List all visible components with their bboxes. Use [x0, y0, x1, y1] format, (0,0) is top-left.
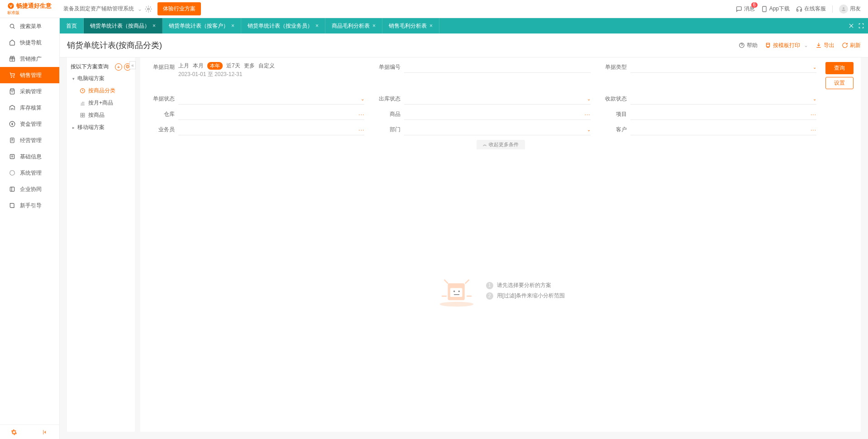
empty-step-1: 请先选择要分析的方案 — [497, 282, 551, 289]
filter-label-docstatus: 单据状态 — [148, 94, 175, 103]
more-icon: ··· — [811, 111, 816, 118]
phone-icon — [761, 6, 768, 12]
svg-rect-25 — [450, 288, 462, 297]
project-picker[interactable]: ··· — [630, 109, 816, 120]
more-icon: ··· — [585, 111, 591, 118]
tab-home[interactable]: 首页 — [60, 18, 84, 33]
add-scheme-button[interactable]: + — [115, 63, 122, 71]
recv-status-select[interactable]: ⌄ — [630, 94, 816, 105]
svg-point-26 — [453, 290, 455, 292]
message-icon — [736, 6, 742, 12]
tree-group-mobile[interactable]: ▸移动端方案 — [67, 121, 135, 134]
svg-rect-19 — [81, 113, 82, 115]
step-badge: 1 — [486, 282, 493, 289]
chevron-down-icon: ⌄ — [587, 127, 591, 132]
filter-label-customer: 客户 — [600, 124, 627, 134]
sidebar-item-marketing[interactable]: 营销推广 — [0, 51, 59, 67]
caret-down-icon: ▾ — [72, 76, 75, 81]
date-opt-custom[interactable]: 自定义 — [258, 62, 275, 70]
collapse-panel-button[interactable]: « — [129, 61, 136, 69]
svg-rect-13 — [10, 187, 14, 191]
sidebar-item-inventory[interactable]: 库存核算 — [0, 100, 59, 116]
divider — [832, 5, 833, 13]
gear-icon[interactable] — [145, 5, 152, 13]
warehouse-picker[interactable]: ··· — [178, 109, 364, 120]
svg-point-4 — [843, 7, 844, 9]
help-link[interactable]: 帮助 — [739, 42, 758, 49]
sidebar-item-quick-nav[interactable]: 快捷导航 — [0, 34, 59, 51]
user-menu[interactable]: 用友 — [839, 5, 861, 14]
refresh-icon — [842, 42, 848, 48]
empty-state: 1请先选择要分析的方案 2用[过滤]条件来缩小分析范围 — [140, 149, 861, 432]
sidebar-item-basic-info[interactable]: 基础信息 — [0, 148, 59, 165]
tab-sales-stats-customer[interactable]: 销货单统计表（按客户）× — [162, 18, 241, 33]
tree-item-by-month-product[interactable]: 按月+商品 — [67, 97, 135, 109]
sidebar-item-system[interactable]: 系统管理 — [0, 165, 59, 181]
chart-icon — [80, 100, 86, 106]
date-opt-this-year[interactable]: 本年 — [207, 62, 223, 70]
svg-rect-17 — [767, 44, 770, 47]
tree-item-by-product-category[interactable]: 按商品分类 — [67, 85, 135, 97]
refresh-link[interactable]: 刷新 — [842, 42, 861, 49]
doc-no-input[interactable] — [404, 62, 590, 73]
query-button[interactable]: 查询 — [825, 62, 854, 74]
collapse-sidebar-icon[interactable] — [42, 429, 48, 435]
close-all-icon[interactable] — [848, 23, 854, 29]
doc-status-select[interactable]: ⌄ — [178, 94, 364, 105]
print-icon — [765, 42, 771, 48]
clipboard-icon — [9, 137, 15, 143]
filter-label-outstatus: 出库状态 — [373, 94, 401, 103]
sidebar-item-guide[interactable]: 新手引导 — [0, 197, 59, 214]
close-icon[interactable]: × — [429, 23, 433, 29]
sidebar-item-sales[interactable]: 销售管理 — [0, 67, 59, 83]
tab-sales-stats-product[interactable]: 销货单统计表（按商品）× — [84, 18, 162, 33]
tab-product-profit[interactable]: 商品毛利分析表× — [325, 18, 382, 33]
headset-icon — [796, 6, 802, 12]
chevron-down-icon: ⌄ — [587, 96, 591, 101]
print-link[interactable]: 按模板打印⌄ — [765, 42, 808, 49]
customer-picker[interactable]: ··· — [630, 124, 816, 135]
sidebar-item-purchase[interactable]: 采购管理 — [0, 83, 59, 100]
sidebar-item-enterprise[interactable]: 企业协同 — [0, 181, 59, 197]
export-link[interactable]: 导出 — [816, 42, 835, 49]
doc-type-select[interactable]: ⌄ — [630, 62, 816, 73]
messages-link[interactable]: 消息 6 — [736, 5, 755, 13]
date-opt-this-month[interactable]: 本月 — [193, 62, 204, 70]
filter-label-docno: 单据编号 — [373, 62, 401, 71]
sidebar-item-search-menu[interactable]: 搜索菜单 — [0, 18, 59, 34]
grid-icon — [80, 112, 86, 118]
product-picker[interactable]: ··· — [404, 109, 590, 120]
settings-button[interactable]: 设置 — [825, 77, 854, 89]
more-icon: ··· — [811, 127, 816, 133]
date-opt-last-month[interactable]: 上月 — [178, 62, 189, 70]
experience-industry-button[interactable]: 体验行业方案 — [157, 2, 201, 15]
system-select[interactable]: 装备及固定资产辅助管理系统 ⌄ — [63, 5, 142, 13]
gear-icon[interactable] — [11, 429, 17, 435]
close-icon[interactable]: × — [372, 23, 376, 29]
online-service-link[interactable]: 在线客服 — [796, 5, 826, 13]
filter-label-product: 商品 — [373, 109, 401, 118]
app-download-link[interactable]: App下载 — [761, 5, 790, 13]
tree-group-pc[interactable]: ▾电脑端方案 — [67, 72, 135, 85]
fullscreen-icon[interactable] — [858, 23, 864, 29]
list-icon — [9, 153, 15, 160]
svg-point-1 — [148, 8, 149, 10]
date-opt-7days[interactable]: 近7天 — [226, 62, 240, 70]
tab-sales-profit[interactable]: 销售毛利分析表× — [382, 18, 439, 33]
close-icon[interactable]: × — [153, 23, 156, 29]
date-opt-more[interactable]: 更多 — [244, 62, 255, 70]
sidebar-item-funds[interactable]: 资金管理 — [0, 116, 59, 132]
salesperson-picker[interactable]: ··· — [178, 124, 364, 135]
gear-icon — [9, 170, 15, 176]
out-status-select[interactable]: ⌄ — [404, 94, 590, 105]
svg-point-9 — [14, 77, 14, 77]
tab-sales-stats-salesperson[interactable]: 销货单统计表（按业务员）× — [241, 18, 325, 33]
sidebar-item-operations[interactable]: 经营管理 — [0, 132, 59, 148]
tree-item-by-product[interactable]: 按商品 — [67, 109, 135, 121]
department-select[interactable]: ⌄ — [404, 124, 590, 135]
brand-subtitle: 标准版 — [7, 10, 19, 16]
date-range-text: 2023-01-01 至 2023-12-31 — [178, 71, 364, 78]
close-icon[interactable]: × — [231, 23, 234, 29]
collapse-filters-button[interactable]: ︽ 收起更多条件 — [477, 140, 525, 149]
close-icon[interactable]: × — [315, 23, 319, 29]
